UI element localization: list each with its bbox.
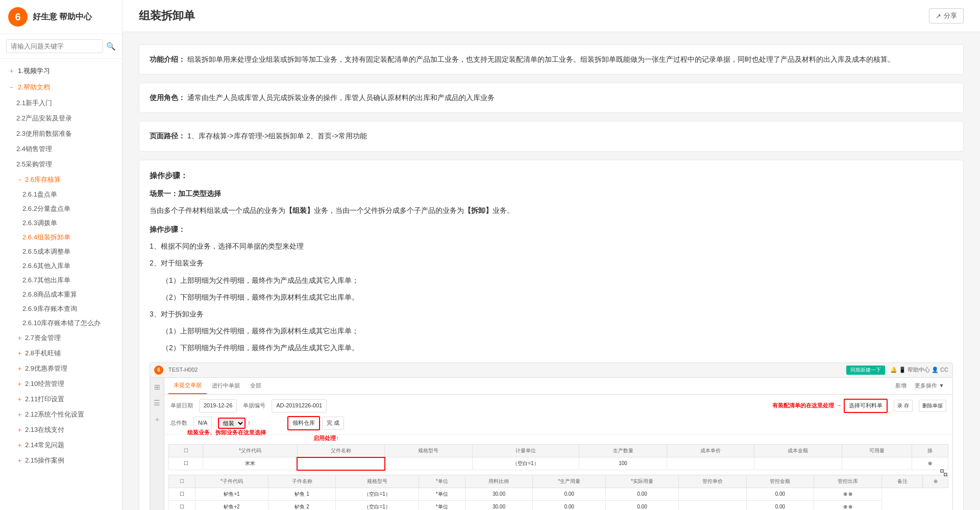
- sidebar-item-online-pay[interactable]: ＋ 2.13在线支付: [0, 422, 122, 438]
- sim-del-btn[interactable]: 删除单据: [919, 400, 946, 412]
- sim-date-input[interactable]: 2019-12-26: [199, 399, 237, 412]
- th-ops: 操: [912, 444, 948, 457]
- intro-text: 功能介绍： 组装拆卸单用来处理企业组装或拆卸等加工业务，支持有固定装配清单的产品…: [150, 53, 953, 66]
- sidebar: 6 好生意 帮助中心 🔍 ＋ 1.视频学习 － 2.帮助文档 2.1新手入门 2…: [0, 0, 122, 510]
- th-plan-qty: 生产数量: [579, 444, 667, 457]
- sidebar-item-partial-stocktake[interactable]: 2.6.2分量盘点单: [0, 202, 122, 216]
- sim-confirm-btn[interactable]: 完 成: [322, 417, 344, 430]
- sim-tab-active: 未提交单据: [168, 378, 207, 394]
- bth-cost-price: 管控单价: [678, 475, 746, 488]
- sidebar-item-purchase[interactable]: 2.5采购管理: [0, 157, 122, 172]
- sidebar-item-finance[interactable]: ＋ 2.7资金管理: [0, 330, 122, 346]
- sidebar-item-install[interactable]: 2.2产品安装及登录: [0, 111, 122, 126]
- sidebar-item-stocktake[interactable]: 2.6.1盘点单: [0, 187, 122, 202]
- step2-1: （1）上部明细为父件明细，最终作为产成品生成其它入库单；: [150, 274, 953, 287]
- sim-new-btn[interactable]: 同期新建一下: [846, 366, 885, 375]
- table-row: ☐ 米米 （空白=1） 100: [169, 457, 948, 470]
- td-available: [842, 457, 912, 470]
- step3-2: （2）下部明细为子件明细，最终作为产成品生成其它入库单。: [150, 342, 953, 354]
- share-icon: ↗: [936, 12, 941, 20]
- sidebar-item-assembly[interactable]: 2.6.4组装拆卸单: [0, 230, 122, 245]
- sidebar-item-transfer[interactable]: 2.6.3调拨单: [0, 216, 122, 230]
- plus-icon-mobile: ＋: [16, 349, 23, 358]
- sidebar-item-sales[interactable]: 2.4销售管理: [0, 141, 122, 157]
- sim-nav-home: ⊞: [154, 381, 160, 394]
- sidebar-item-cost-adjust[interactable]: 2.6.5成本调整单: [0, 245, 122, 259]
- bth-ratio: 用料比例: [465, 475, 533, 488]
- share-button[interactable]: ↗ 分享: [929, 8, 964, 23]
- scene-title: 场景一：加工类型选择: [150, 187, 953, 200]
- sim-select-btn[interactable]: 选择可利料单: [844, 399, 888, 413]
- sidebar-item-inventory[interactable]: － 2.6库存核算: [0, 172, 122, 187]
- path-label: 页面路径：: [150, 132, 185, 140]
- sim-enable-input[interactable]: 领料仓库: [287, 416, 320, 430]
- main-header: 组装拆卸单 ↗ 分享: [122, 0, 980, 32]
- sim-fullscreen-icon[interactable]: [940, 468, 947, 480]
- sidebar-item-new-user[interactable]: 2.1新手入门: [0, 95, 122, 111]
- sim-left-nav: ⊞ ☰ ＋: [150, 378, 164, 510]
- ops-title: 操作步骤：: [150, 168, 953, 182]
- role-content: 通常由生产人员或库管人员完成拆装业务的操作，库管人员确认原材料的出库和产成品的入…: [187, 93, 495, 102]
- sidebar-item-docs[interactable]: － 2.帮助文档: [0, 79, 122, 95]
- sidebar-item-cases[interactable]: ＋ 2.15操作案例: [0, 453, 122, 468]
- sim-save-btn[interactable]: 录 存: [894, 400, 913, 412]
- sim-action-add[interactable]: 新增: [891, 378, 911, 394]
- sidebar-item-other-in[interactable]: 2.6.6其他入库单: [0, 259, 122, 273]
- bth-actual: *实际用量: [606, 475, 679, 488]
- intro-label: 功能介绍：: [150, 55, 185, 63]
- sim-tab-3: 全部: [245, 378, 266, 394]
- plus-icon-faq: ＋: [16, 441, 23, 450]
- sim-nav-add: ＋: [154, 413, 161, 426]
- plus-icon-coupon: ＋: [16, 364, 23, 373]
- td-plan-qty: 100: [579, 457, 667, 470]
- sidebar-item-coupon[interactable]: ＋ 2.9优惠券管理: [0, 361, 122, 376]
- sidebar-item-ops[interactable]: ＋ 2.10经营管理: [0, 376, 122, 392]
- sidebar-item-videos-label: 1.视频学习: [18, 66, 50, 76]
- sim-table-top: ☐ *父件代码 父件名称 规格型号 计量单位 生产数量 成本单价 成本金额 可用: [168, 444, 948, 471]
- plus-icon-finance: ＋: [16, 333, 23, 343]
- sidebar-item-docs-label: 2.帮助文档: [18, 83, 50, 92]
- plus-icon: ＋: [8, 66, 15, 76]
- sidebar-item-mobile-label: 2.8手机旺铺: [25, 349, 61, 358]
- plus-icon-custom: ＋: [16, 410, 23, 419]
- sim-type-select[interactable]: 组装 拆卸: [218, 418, 246, 429]
- sim-bottom-table-wrap: ☐ *子件代码 子件名称 规格型号 *单位 用料比例 *生产用量 *实际用量: [168, 475, 948, 510]
- th-cost-price: 成本单价: [667, 444, 754, 457]
- sidebar-item-videos[interactable]: ＋ 1.视频学习: [0, 63, 122, 79]
- search-input[interactable]: [6, 39, 103, 53]
- sidebar-item-ops-label: 2.10经营管理: [25, 379, 64, 388]
- th-cost-amount: 成本金额: [754, 444, 842, 457]
- sidebar-item-inventory-label: 2.6库存核算: [25, 175, 61, 184]
- bth-unit: *单位: [419, 475, 465, 488]
- minus-icon-inventory: －: [16, 175, 23, 184]
- sim-main: 未提交单据 进行中单据 全部 新增 更多操作 ▼ 单据日期 2019-12-26: [164, 378, 952, 510]
- page-title: 组装拆卸单: [139, 8, 195, 23]
- sidebar-item-data-prep[interactable]: 2.3使用前数据准备: [0, 126, 122, 141]
- sidebar-item-ledger-fix[interactable]: 2.6.10库存账本错了怎么办: [0, 316, 122, 330]
- th-prod-name: 父件名称: [297, 444, 384, 457]
- sidebar-item-other-out[interactable]: 2.6.7其他出库单: [0, 273, 122, 287]
- sidebar-item-custom[interactable]: ＋ 2.12系统个性化设置: [0, 407, 122, 422]
- sim-action-more[interactable]: 更多操作 ▼: [911, 378, 948, 394]
- svg-rect-1: [944, 473, 947, 476]
- plus-icon-online-pay: ＋: [16, 425, 23, 434]
- role-text: 使用角色： 通常由生产人员或库管人员完成拆装业务的操作，库管人员确认原材料的出库…: [150, 91, 953, 104]
- step3-1: （1）上部明细为父件明细，最终作为原材料生成其它出库单；: [150, 325, 953, 337]
- steps-block: 操作步骤： 场景一：加工类型选择 当由多个子件材料组装成一个成品的业务为【组装】…: [139, 160, 964, 510]
- sim-arrow-right: →: [836, 401, 842, 411]
- sidebar-item-cases-label: 2.15操作案例: [25, 456, 64, 465]
- sidebar-item-print[interactable]: ＋ 2.11打印设置: [0, 392, 122, 407]
- main-content: 组装拆卸单 ↗ 分享 功能介绍： 组装拆卸单用来处理企业组装或拆卸等加工业务，支…: [122, 0, 980, 510]
- sim-annotation-top: 有装配清单的在这里处理: [772, 401, 834, 411]
- step2: 2、对于组装业务: [150, 257, 953, 270]
- sidebar-item-faq[interactable]: ＋ 2.14常见问题: [0, 438, 122, 453]
- path-block: 页面路径： 1、库存核算->库存管理->组装拆卸单 2、首页->常用功能: [139, 121, 964, 151]
- sidebar-item-ledger[interactable]: 2.6.9库存账本查询: [0, 302, 122, 316]
- ops-steps-subtitle: 操作步骤：: [150, 223, 953, 236]
- sidebar-item-custom-label: 2.12系统个性化设置: [25, 410, 84, 419]
- sidebar-item-cost-recalc[interactable]: 2.6.8商品成本重算: [0, 287, 122, 302]
- app-name: 好生意 帮助中心: [33, 12, 92, 22]
- sim-no-input[interactable]: AD-20191226-001: [272, 399, 327, 412]
- sidebar-item-mobile[interactable]: ＋ 2.8手机旺铺: [0, 346, 122, 361]
- search-icon[interactable]: 🔍: [106, 42, 116, 51]
